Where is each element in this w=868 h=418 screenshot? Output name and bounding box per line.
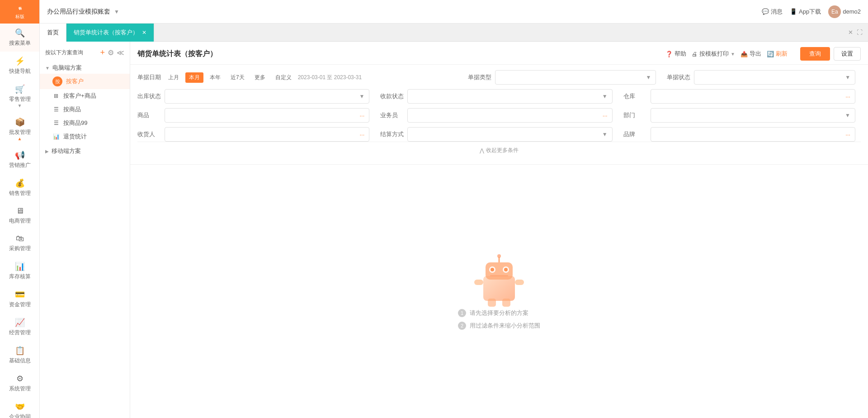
- sidebar-item-ecommerce[interactable]: 🖥 电商管理: [0, 202, 39, 229]
- refresh-btn[interactable]: 🔄 刷新: [767, 50, 788, 58]
- tab-report-label: 销货单统计表（按客户）: [74, 28, 138, 37]
- date-btn-this-month[interactable]: 本月: [185, 72, 203, 83]
- tip-num-1: 1: [458, 309, 466, 317]
- collapse-scheme-btn[interactable]: ≪: [117, 48, 124, 57]
- tip-num-2: 2: [458, 322, 466, 330]
- sidebar-item-system[interactable]: ⚙ 系统管理: [0, 369, 39, 397]
- add-scheme-btn[interactable]: +: [100, 48, 105, 57]
- collapse-btn[interactable]: ⋀ 收起更多条件: [474, 145, 524, 156]
- date-btn-last-month[interactable]: 上月: [165, 72, 183, 83]
- collapse-label: 收起更多条件: [486, 147, 519, 154]
- by-customer-label: 按客户: [66, 77, 84, 86]
- date-btn-custom[interactable]: 自定义: [272, 72, 295, 83]
- scheme-group-pc: ▼ 电脑端方案 按 按客户 ⊞ 按客户+商品 ☰ 按商品 ☰ 按商品99: [40, 62, 130, 143]
- goods-dots[interactable]: ···: [359, 112, 364, 119]
- salesperson-control[interactable]: ···: [407, 108, 612, 123]
- sales-icon: 💰: [15, 178, 25, 188]
- goods-control[interactable]: ···: [165, 108, 369, 123]
- scheme-panel-title: 按以下方案查询: [45, 49, 83, 57]
- filter-row-2: 出库状态 ▼ 收款状态 ▼ 仓库: [137, 89, 861, 104]
- svg-rect-12: [515, 280, 524, 285]
- sidebar-item-search[interactable]: 🔍 搜索菜单: [0, 24, 39, 52]
- receiver-control[interactable]: ···: [165, 127, 369, 142]
- scheme-item-by-goods[interactable]: ☰ 按商品: [40, 103, 130, 116]
- brand-dots[interactable]: ···: [845, 131, 850, 138]
- help-btn[interactable]: ❓ 帮助: [665, 50, 686, 58]
- message-label: 消息: [771, 8, 783, 16]
- scheme-item-return-stats[interactable]: 📊 退货统计: [40, 130, 130, 143]
- sidebar-item-quicknav[interactable]: ⚡ 快捷导航: [0, 52, 39, 80]
- by-goods-99-label: 按商品99: [63, 119, 87, 127]
- dept-control[interactable]: ▼: [651, 108, 855, 123]
- empty-tips: 1 请先选择要分析的方案 2 用过滤条件来缩小分析范围: [458, 309, 540, 330]
- export-btn[interactable]: 📤 导出: [741, 50, 761, 58]
- tab-close-btn[interactable]: ✕: [142, 29, 146, 36]
- sidebar-inventory-label: 库存核算: [9, 273, 31, 280]
- settings-button[interactable]: 设置: [834, 47, 861, 61]
- salesperson-label: 业务员: [380, 111, 407, 119]
- query-button[interactable]: 查询: [800, 47, 830, 61]
- filter-settle-method: 结算方式 ▼: [380, 127, 612, 142]
- purchase-icon: 🛍: [16, 234, 24, 243]
- doc-status-control[interactable]: ▼: [694, 70, 855, 85]
- breadcrumb-arrow[interactable]: ▼: [114, 9, 119, 15]
- sidebar-item-cooperation[interactable]: 🤝 企业协同: [0, 397, 39, 418]
- mobile-group-label: 移动端方案: [52, 147, 81, 155]
- print-arrow: ▼: [731, 52, 735, 57]
- sidebar-item-wholesale[interactable]: 📦 批发管理 ▲: [0, 113, 39, 146]
- sidebar-item-retail[interactable]: 🛒 零售管理 ▼: [0, 80, 39, 113]
- sidebar-item-sales[interactable]: 💰 销售管理: [0, 174, 39, 202]
- settle-method-arrow: ▼: [602, 131, 608, 138]
- salesperson-dots[interactable]: ···: [603, 112, 608, 119]
- app-download-icon: 📱: [790, 8, 797, 15]
- scheme-group-mobile: ▶ 移动端方案: [40, 145, 130, 157]
- doc-type-control[interactable]: ▼: [495, 70, 656, 85]
- tip-text-2: 用过滤条件来缩小分析范围: [470, 322, 540, 330]
- warehouse-label: 仓库: [623, 92, 651, 100]
- date-btn-more[interactable]: 更多: [251, 72, 269, 83]
- filter-area: 单据日期 上月 本月 本年 近7天 更多 自定义 2023-03-01 至 20…: [130, 65, 868, 165]
- date-btn-7days[interactable]: 近7天: [227, 72, 248, 83]
- close-window-icon[interactable]: ✕: [848, 29, 853, 36]
- scheme-item-by-customer-goods[interactable]: ⊞ 按客户+商品: [40, 89, 130, 103]
- empty-tip-1: 1 请先选择要分析的方案: [458, 309, 540, 317]
- sidebar-item-finance[interactable]: 💳 资金管理: [0, 285, 39, 313]
- scheme-group-mobile-title[interactable]: ▶ 移动端方案: [40, 145, 130, 157]
- tab-report[interactable]: 销货单统计表（按客户） ✕: [66, 24, 154, 42]
- receiver-dots[interactable]: ···: [359, 131, 364, 138]
- print-icon: 🖨: [692, 51, 698, 57]
- sidebar-item-basic[interactable]: 📋 基础信息: [0, 341, 39, 369]
- sidebar-item-operations[interactable]: 📈 经营管理: [0, 313, 39, 341]
- sidebar-cooperation-label: 企业协同: [9, 413, 31, 418]
- sidebar-item-purchase[interactable]: 🛍 采购管理: [0, 229, 39, 257]
- filter-warehouse: 仓库 ···: [623, 89, 855, 104]
- app-download-btn[interactable]: 📱 App下载: [790, 8, 821, 16]
- settle-method-label: 结算方式: [380, 130, 407, 138]
- svg-point-9: [497, 254, 501, 258]
- collect-status-control[interactable]: ▼: [407, 89, 612, 104]
- breadcrumb-title: 办公用品行业模拟账套: [47, 8, 110, 16]
- template-print-btn[interactable]: 🖨 按模板打印 ▼: [692, 50, 735, 58]
- main-area: 办公用品行业模拟账套 ▼ 💬 消息 📱 App下载 Ea demo2 首页: [40, 0, 868, 418]
- date-btn-this-year[interactable]: 本年: [206, 72, 224, 83]
- warehouse-control[interactable]: ···: [651, 89, 855, 104]
- action-buttons: 查询 设置: [793, 47, 861, 61]
- content-area: 按以下方案查询 + ⚙ ≪ ▼ 电脑端方案 按 按客户 ⊞: [40, 42, 868, 418]
- maximize-icon[interactable]: ⛶: [857, 29, 863, 36]
- user-menu[interactable]: Ea demo2: [828, 5, 861, 18]
- filter-doc-status: 单据状态 ▼: [667, 70, 855, 85]
- out-status-control[interactable]: ▼: [165, 89, 369, 104]
- tab-home[interactable]: 首页: [40, 24, 66, 42]
- brand-control[interactable]: ···: [651, 127, 855, 142]
- finance-icon: 💳: [15, 290, 25, 299]
- settings-scheme-btn[interactable]: ⚙: [108, 48, 114, 57]
- scheme-group-pc-title[interactable]: ▼ 电脑端方案: [40, 62, 130, 74]
- settle-method-control[interactable]: ▼: [407, 127, 612, 142]
- scheme-item-by-goods-99[interactable]: ☰ 按商品99: [40, 116, 130, 130]
- sidebar-item-marketing[interactable]: 📢 营销推广: [0, 146, 39, 174]
- sidebar-item-inventory[interactable]: 📊 库存核算: [0, 257, 39, 285]
- message-btn[interactable]: 💬 消息: [762, 8, 783, 16]
- warehouse-dots[interactable]: ···: [845, 93, 850, 100]
- dept-arrow: ▼: [845, 112, 850, 119]
- scheme-item-by-customer[interactable]: 按 按客户: [40, 74, 130, 89]
